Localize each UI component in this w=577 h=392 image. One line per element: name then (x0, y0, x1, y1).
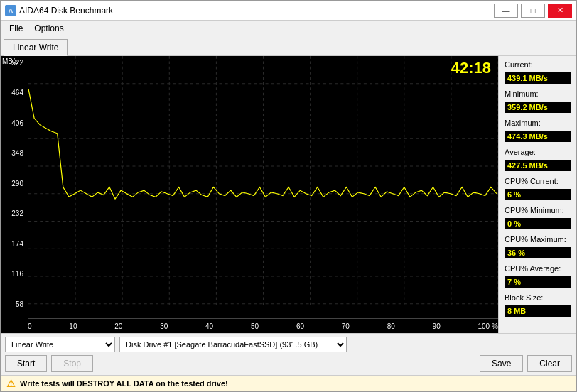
save-button[interactable]: Save (480, 355, 523, 372)
y-label-464: 464 (2, 89, 26, 97)
start-button[interactable]: Start (5, 355, 47, 372)
tab-linear-write[interactable]: Linear Write (4, 39, 68, 56)
y-label-174: 174 (2, 240, 26, 248)
y-label-348: 348 (2, 149, 26, 157)
cpu-minimum-label: CPU% Minimum: (505, 206, 571, 214)
current-label: Current: (505, 60, 571, 69)
warning-icon: ⚠ (6, 378, 16, 389)
y-label-232: 232 (2, 209, 26, 217)
timer-display: 42:18 (451, 59, 491, 77)
controls-left: Start Stop (5, 355, 93, 372)
clear-button[interactable]: Clear (527, 355, 572, 372)
cpu-average-value: 7 % (505, 276, 571, 288)
x-label-50: 50 (251, 322, 259, 330)
minimize-button[interactable]: — (494, 4, 518, 18)
cpu-average-label: CPU% Average: (505, 264, 571, 273)
main-content: MB/s 522 464 406 348 290 232 174 116 58 (1, 56, 576, 333)
title-bar: A AIDA64 Disk Benchmark — □ ✕ (1, 1, 576, 21)
cpu-minimum-value: 0 % (505, 218, 571, 229)
x-label-20: 20 (114, 322, 122, 330)
x-label-100: 100 % (478, 322, 498, 330)
average-label: Average: (505, 148, 571, 156)
y-label-58: 58 (2, 300, 26, 308)
menu-bar: File Options (1, 21, 576, 36)
cpu-maximum-label: CPU% Maximum: (505, 235, 571, 244)
maximum-label: Maximum: (505, 119, 571, 127)
bottom-controls: Linear Write Disk Drive #1 [Seagate Barr… (1, 333, 576, 375)
y-label-406: 406 (2, 119, 26, 127)
warning-bar: ⚠ Write tests will DESTROY ALL DATA on t… (1, 375, 576, 391)
drive-select[interactable]: Disk Drive #1 [Seagate BarracudaFastSSD]… (119, 337, 347, 352)
y-label-290: 290 (2, 180, 26, 187)
block-size-label: Block Size: (505, 293, 571, 302)
maximum-value: 474.3 MB/s (505, 131, 571, 142)
app-icon: A (5, 5, 16, 16)
y-label-522: 522 (2, 59, 26, 67)
current-value: 439.1 MB/s (505, 72, 571, 84)
x-label-70: 70 (342, 322, 350, 330)
y-label-116: 116 (2, 270, 26, 278)
stop-button[interactable]: Stop (51, 355, 93, 372)
stats-sidebar: Current: 439.1 MB/s Minimum: 359.2 MB/s … (498, 56, 576, 333)
controls-row1: Linear Write Disk Drive #1 [Seagate Barr… (5, 337, 572, 352)
x-label-60: 60 (296, 322, 304, 330)
menu-options[interactable]: Options (28, 22, 69, 35)
cpu-maximum-value: 36 % (505, 247, 571, 258)
x-label-40: 40 (205, 322, 213, 330)
x-label-0: 0 (28, 322, 32, 330)
x-axis-labels: 0 10 20 30 40 50 60 70 80 90 100 % (28, 319, 498, 333)
x-label-10: 10 (69, 322, 77, 330)
controls-row2: Start Stop Save Clear (5, 355, 572, 372)
x-label-30: 30 (160, 322, 168, 330)
y-axis-labels: 522 464 406 348 290 232 174 116 58 (1, 56, 28, 333)
warning-text: Write tests will DESTROY ALL DATA on the… (20, 379, 228, 388)
average-value: 427.5 MB/s (505, 160, 571, 171)
minimum-label: Minimum: (505, 89, 571, 98)
test-select[interactable]: Linear Write (5, 337, 115, 352)
maximize-button[interactable]: □ (521, 4, 545, 18)
controls-right: Save Clear (480, 355, 572, 372)
main-window: A AIDA64 Disk Benchmark — □ ✕ File Optio… (0, 0, 577, 392)
chart-svg (28, 56, 498, 318)
chart-inner (28, 56, 498, 319)
window-title: AIDA64 Disk Benchmark (19, 6, 113, 16)
title-controls: — □ ✕ (494, 4, 572, 18)
x-label-90: 90 (433, 322, 441, 330)
cpu-current-label: CPU% Current: (505, 177, 571, 185)
chart-area: MB/s 522 464 406 348 290 232 174 116 58 (1, 56, 498, 333)
x-label-80: 80 (387, 322, 395, 330)
cpu-current-value: 6 % (505, 189, 571, 200)
block-size-value: 8 MB (505, 305, 571, 317)
menu-file[interactable]: File (4, 22, 28, 35)
minimum-value: 359.2 MB/s (505, 102, 571, 113)
tabs-bar: Linear Write (1, 36, 576, 56)
close-button[interactable]: ✕ (548, 4, 572, 18)
title-bar-left: A AIDA64 Disk Benchmark (5, 5, 113, 16)
